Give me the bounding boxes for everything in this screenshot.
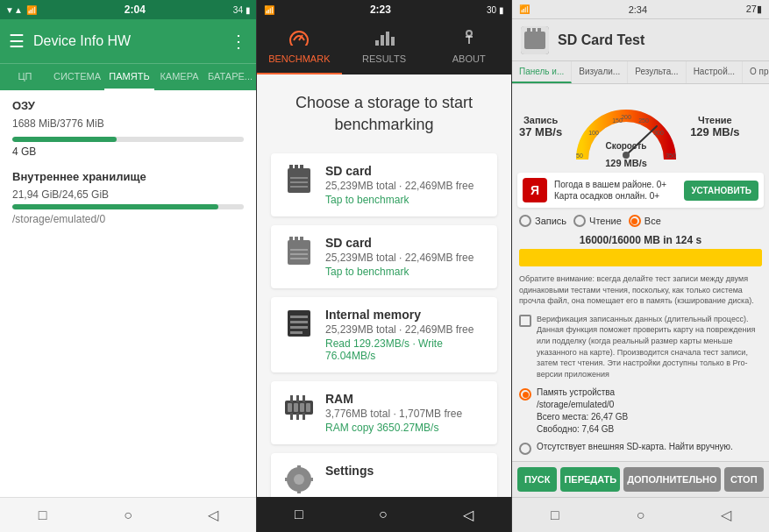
svg-text:350: 350: [666, 153, 676, 159]
ram-total: 4 GB: [12, 145, 244, 158]
navbar-3: □ ○ ◁: [512, 497, 769, 532]
tab-results-3[interactable]: Результа...: [628, 61, 686, 83]
more-options-icon[interactable]: ⋮: [230, 31, 247, 52]
tab-cpu[interactable]: ЦП: [0, 64, 50, 90]
storage-track: [12, 204, 244, 209]
ram-bar-container: 1688 MiB/3776 MiB: [12, 117, 244, 142]
internal-details: 25,239MB total · 22,469MB free: [325, 323, 485, 336]
tab-about[interactable]: About: [426, 19, 511, 74]
nav-recent-btn-3[interactable]: □: [545, 506, 565, 525]
benchmark-content: Choose a storage to start benchmarking: [257, 74, 511, 497]
ram-label: ОЗУ: [12, 99, 244, 112]
svg-rect-49: [538, 28, 541, 35]
tab-results[interactable]: Results: [342, 19, 427, 74]
storage-section: Внутреннее хранилище 21,94 GiB/24,65 GiB…: [12, 170, 244, 225]
stop-button[interactable]: СТОП: [724, 467, 764, 492]
storage-radio-1[interactable]: Память устройства/storage/emulated/0Всег…: [519, 387, 762, 436]
install-button[interactable]: УСТАНОВИТЬ: [684, 181, 758, 201]
svg-rect-14: [290, 181, 308, 183]
bottom-buttons: ПУСК ПЕРЕДАТЬ ДОПОЛНИТЕЛЬНО СТОП: [512, 461, 769, 497]
ad-banner: Я Погода в вашем районе. 0+ Карта осадко…: [517, 173, 764, 208]
sdcard-option-2[interactable]: SD card 25,239MB total · 22,469MB free T…: [271, 225, 497, 288]
ram-option[interactable]: RAM 3,776MB total · 1,707MB free RAM cop…: [271, 381, 497, 444]
peredat-button[interactable]: ПЕРЕДАТЬ: [560, 467, 620, 492]
storage-radio-circle-1[interactable]: [519, 388, 531, 401]
statusbar-2: 📶 2:23 30 ▮: [257, 0, 511, 19]
nav-recent-btn[interactable]: □: [33, 506, 53, 525]
wifi-icon-3: 📶: [519, 4, 530, 14]
nav-back-btn-3[interactable]: ◁: [716, 506, 736, 525]
internal-option[interactable]: Internal memory 25,239MB total · 22,469M…: [271, 297, 497, 372]
statusbar-left-icons: ▼▲ 📶: [5, 5, 37, 15]
settings-info: Settings: [325, 464, 485, 479]
storage-radio-2[interactable]: Отсутствует внешняя SD-карта. Найти вруч…: [519, 441, 762, 455]
sdcard-name-2: SD card: [325, 236, 485, 250]
nav-back-btn[interactable]: ◁: [203, 506, 223, 525]
dopolnitelno-button[interactable]: ДОПОЛНИТЕЛЬНО: [623, 467, 720, 492]
statusbar-battery-1: 34 ▮: [233, 5, 251, 15]
verification-checkbox[interactable]: [519, 315, 531, 327]
svg-rect-42: [297, 486, 301, 493]
settings-icon: [283, 464, 315, 495]
nav-recent-btn-2[interactable]: □: [295, 507, 303, 522]
menu-icon[interactable]: ☰: [9, 31, 25, 52]
speedometer: 50 100 150 200 250 300 350 Скорость 129 …: [569, 89, 683, 164]
radio-read[interactable]: Чтение: [573, 215, 622, 227]
ram-details: 3,776MB total · 1,707MB free: [325, 408, 485, 420]
svg-rect-44: [306, 478, 313, 481]
benchmark-header: Benchmark Results: [257, 19, 511, 74]
radio-write[interactable]: Запись: [519, 215, 566, 227]
tab-battery[interactable]: БАТАРЕ...: [204, 64, 256, 90]
nav-home-btn-2[interactable]: ○: [379, 507, 388, 522]
sdcard-option-1[interactable]: SD card 25,239MB total · 22,469MB free T…: [271, 153, 497, 216]
nav-home-btn[interactable]: ○: [118, 506, 138, 525]
write-speed-label: Запись 37 MB/s: [519, 115, 562, 138]
ram-used: 1688 MiB/3776 MiB: [12, 117, 244, 130]
svg-rect-37: [296, 413, 299, 420]
tab-settings-3[interactable]: Настрой...: [687, 61, 743, 83]
svg-rect-43: [285, 478, 292, 481]
statusbar-battery-3: 27▮: [746, 4, 762, 15]
sdcard-content: Запись 37 MB/s: [512, 84, 769, 461]
svg-point-6: [466, 31, 472, 36]
radio-all[interactable]: Все: [629, 215, 661, 227]
tab-memory[interactable]: ПАМЯТЬ: [104, 64, 154, 90]
storage-label: Внутреннее хранилище: [12, 170, 244, 183]
svg-text:129 MB/s: 129 MB/s: [605, 158, 647, 168]
sdcard-name-1: SD card: [325, 164, 485, 178]
app-header-1: ☰ Device Info HW ⋮: [0, 19, 256, 63]
nav-back-btn-2[interactable]: ◁: [463, 507, 474, 523]
nav-home-btn-3[interactable]: ○: [630, 506, 650, 525]
settings-option[interactable]: Settings: [271, 453, 497, 497]
radio-read-circle[interactable]: [573, 215, 586, 227]
radio-write-circle[interactable]: [519, 215, 531, 227]
svg-rect-30: [294, 403, 298, 412]
svg-text:100: 100: [588, 130, 599, 136]
svg-rect-10: [289, 165, 293, 174]
storage-radio-text-1: Память устройства/storage/emulated/0Всег…: [537, 387, 628, 436]
radio-all-circle[interactable]: [629, 215, 641, 227]
svg-rect-25: [290, 321, 308, 323]
svg-rect-18: [295, 237, 298, 245]
svg-rect-13: [290, 177, 308, 179]
read-speed-label: Чтение 129 MB/s: [690, 115, 739, 138]
wifi-icon-2: 📶: [264, 5, 274, 15]
internal-icon: [283, 308, 315, 339]
yandex-logo: Я: [523, 178, 547, 202]
svg-rect-41: [297, 465, 301, 472]
svg-rect-17: [289, 237, 293, 245]
tab-about-3[interactable]: О програ...: [743, 61, 769, 83]
tab-system[interactable]: СИСТЕМА: [50, 64, 104, 90]
results-label: Results: [362, 53, 406, 64]
tab-camera[interactable]: КАМЕРА: [154, 64, 204, 90]
storage-radio-circle-2[interactable]: [519, 443, 531, 455]
tab-benchmark[interactable]: Benchmark: [257, 19, 342, 74]
storage-options-section: Память устройства/storage/emulated/0Всег…: [512, 383, 769, 461]
tab-panel[interactable]: Панель и...: [512, 61, 572, 83]
tab-visual[interactable]: Визуали...: [572, 61, 628, 83]
svg-point-40: [294, 474, 304, 485]
statusbar-time-2: 2:23: [370, 4, 391, 16]
verification-text: Верификация записанных данных (длительны…: [537, 314, 762, 380]
pusk-button[interactable]: ПУСК: [517, 467, 557, 492]
sdcard-icon-1: [283, 164, 315, 195]
